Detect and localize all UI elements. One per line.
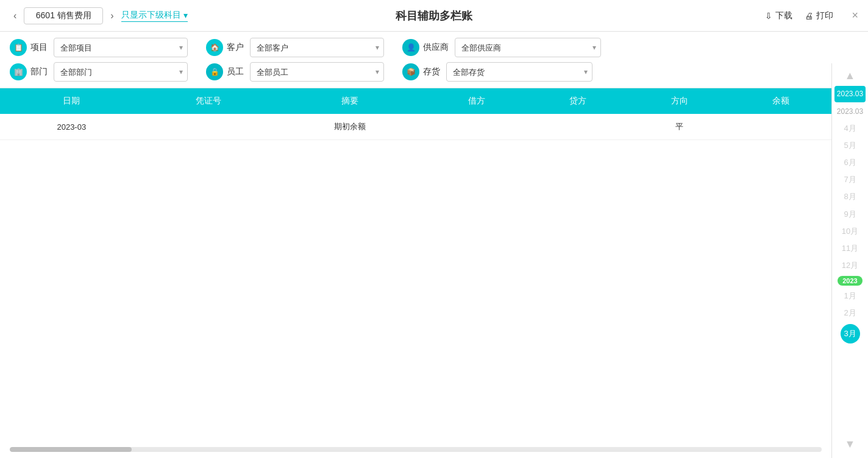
customer-select-wrapper[interactable]: 全部客户 ▾ — [250, 38, 384, 57]
header-actions: ⇩ 下载 🖨 打印 × — [765, 9, 858, 22]
col-voucher: 凭证号 — [143, 88, 274, 114]
download-button[interactable]: ⇩ 下载 — [765, 10, 792, 21]
download-icon: ⇩ — [765, 11, 772, 21]
inventory-select[interactable]: 全部存货 — [446, 62, 592, 82]
inventory-icon: 📦 — [402, 63, 419, 80]
employee-select[interactable]: 全部员工 — [250, 62, 384, 82]
col-credit: 贷方 — [527, 88, 628, 114]
col-summary: 摘要 — [274, 88, 425, 114]
employee-icon: 🔒 — [206, 63, 223, 80]
col-debit: 借方 — [426, 88, 527, 114]
customer-icon: 🏠 — [206, 39, 223, 56]
prev-nav-button[interactable]: ‹ — [10, 9, 20, 23]
supplier-filter-label: 👤 供应商 — [402, 39, 449, 56]
col-direction: 方向 — [628, 88, 730, 114]
cell-debit — [426, 114, 527, 140]
main-table: 日期 凭证号 摘要 借方 贷方 方向 余额 2023-03 期初余额 平 — [0, 88, 831, 140]
table-container: 日期 凭证号 摘要 借方 贷方 方向 余额 2023-03 期初余额 平 — [0, 88, 868, 445]
filter-row-2: 🏢 部门 全部部门 ▾ 🔒 员工 全部员工 — [10, 62, 858, 82]
side-month-8[interactable]: 8月 — [832, 188, 868, 205]
department-icon: 🏢 — [10, 63, 27, 80]
side-panel: ▲ 2023.03 2023.03 4月 5月 6月 7月 8月 9月 10月 … — [831, 63, 868, 458]
side-month-6[interactable]: 6月 — [832, 154, 868, 171]
scrollbar-area — [10, 447, 858, 456]
employee-select-wrapper[interactable]: 全部员工 ▾ — [250, 62, 384, 82]
project-filter-label: 📋 项目 — [10, 39, 48, 56]
cell-credit — [527, 114, 628, 140]
cell-balance — [730, 114, 831, 140]
filter-area: 📋 项目 全部项目 ▾ 🏠 客户 全部客户 — [0, 32, 868, 88]
cell-summary: 期初余额 — [274, 114, 425, 140]
project-select-wrapper[interactable]: 全部项目 ▾ — [54, 38, 188, 57]
side-month-2023-03-second[interactable]: 2023.03 — [832, 104, 868, 120]
cell-voucher — [143, 114, 274, 140]
col-date: 日期 — [0, 88, 143, 114]
side-month-11[interactable]: 11月 — [832, 240, 868, 257]
side-month-9[interactable]: 9月 — [832, 206, 868, 223]
year-badge: 2023 — [838, 276, 862, 286]
show-sub-button[interactable]: 只显示下级科目 ▾ — [121, 10, 188, 22]
department-select[interactable]: 全部部门 — [54, 62, 188, 82]
supplier-icon: 👤 — [402, 39, 419, 56]
h-scrollbar-thumb — [10, 447, 132, 452]
print-icon: 🖨 — [805, 11, 813, 21]
table-header-row: 日期 凭证号 摘要 借方 贷方 方向 余额 — [0, 88, 831, 114]
side-up-arrow[interactable]: ▲ — [842, 67, 858, 85]
side-month-12[interactable]: 12月 — [832, 257, 868, 274]
nav-area: ‹ 6601 销售费用 › 只显示下级科目 ▾ — [10, 7, 188, 24]
print-button[interactable]: 🖨 打印 — [805, 10, 833, 21]
project-select[interactable]: 全部项目 — [54, 38, 188, 57]
account-code: 6601 销售费用 — [24, 7, 103, 24]
supplier-select-wrapper[interactable]: 全部供应商 ▾ — [455, 38, 601, 57]
close-button[interactable]: × — [852, 9, 858, 22]
project-icon: 📋 — [10, 39, 27, 56]
current-month-badge[interactable]: 3月 — [841, 324, 860, 344]
department-select-wrapper[interactable]: 全部部门 ▾ — [54, 62, 188, 82]
customer-select[interactable]: 全部客户 — [250, 38, 384, 57]
side-month-10[interactable]: 10月 — [832, 223, 868, 240]
inventory-filter-label: 📦 存货 — [402, 63, 440, 80]
side-down-arrow[interactable]: ▼ — [842, 435, 858, 453]
header: ‹ 6601 销售费用 › 只显示下级科目 ▾ 科目辅助多栏账 ⇩ 下载 🖨 打… — [0, 0, 868, 32]
cell-date: 2023-03 — [0, 114, 143, 140]
dropdown-icon: ▾ — [183, 10, 188, 20]
customer-filter-label: 🏠 客户 — [206, 39, 244, 56]
cell-direction: 平 — [628, 114, 730, 140]
filter-row-1: 📋 项目 全部项目 ▾ 🏠 客户 全部客户 — [10, 38, 858, 57]
side-month-2[interactable]: 2月 — [832, 305, 868, 322]
department-filter-label: 🏢 部门 — [10, 63, 48, 80]
h-scrollbar[interactable] — [10, 447, 822, 452]
side-month-4[interactable]: 4月 — [832, 120, 868, 137]
side-month-1[interactable]: 1月 — [832, 287, 868, 305]
side-month-7[interactable]: 7月 — [832, 171, 868, 188]
side-month-2023-03-first[interactable]: 2023.03 — [834, 86, 866, 102]
supplier-select[interactable]: 全部供应商 — [455, 38, 601, 57]
side-month-5[interactable]: 5月 — [832, 137, 868, 154]
page-title: 科目辅助多栏账 — [396, 9, 472, 23]
table-row: 2023-03 期初余额 平 — [0, 114, 831, 140]
col-balance: 余额 — [730, 88, 831, 114]
next-nav-button[interactable]: › — [107, 9, 117, 23]
employee-filter-label: 🔒 员工 — [206, 63, 244, 80]
inventory-select-wrapper[interactable]: 全部存货 ▾ — [446, 62, 592, 82]
